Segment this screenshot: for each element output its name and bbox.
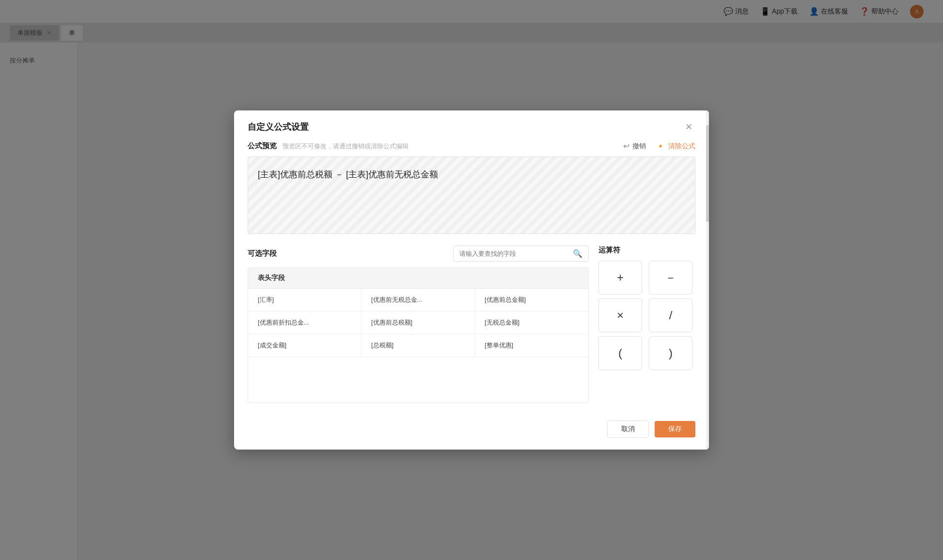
fields-grid: [汇率][优惠前无税总金...[优惠前总金额][优惠前折扣总金...[优惠前总税… — [248, 289, 588, 357]
fields-search-input[interactable] — [459, 250, 569, 257]
field-item[interactable]: [优惠前折扣总金... — [248, 311, 361, 334]
clear-formula-button[interactable]: 🔸 清除公式 — [656, 141, 695, 151]
formula-preview-label: 公式预览 — [248, 141, 277, 151]
cancel-button[interactable]: 取消 — [607, 420, 649, 438]
fields-table-header: 表头字段 — [248, 268, 588, 289]
dialog-body: 公式预览 预览区不可修改，请通过撤销或清除公式编辑 ↩ 撤销 🔸 清除公式 [主… — [234, 141, 709, 413]
field-item[interactable]: [总税额] — [361, 334, 475, 357]
fields-section-label: 可选字段 — [248, 249, 277, 258]
dialog-title: 自定义公式设置 — [248, 121, 309, 133]
field-item[interactable]: [整单优惠] — [475, 334, 588, 357]
undo-icon: ↩ — [623, 141, 629, 151]
formula-dialog: 自定义公式设置 ✕ 公式预览 预览区不可修改，请通过撤销或清除公式编辑 ↩ 撤销… — [234, 110, 709, 450]
formula-preview-actions: ↩ 撤销 🔸 清除公式 — [623, 141, 695, 151]
fields-table-header-label: 表头字段 — [258, 274, 285, 281]
fields-search-box[interactable]: 🔍 — [453, 246, 589, 262]
operator-button[interactable]: ( — [598, 336, 642, 370]
scroll-thumb — [706, 125, 709, 222]
formula-preview-box: [主表]优惠前总税额 － [主表]优惠前无税总金额 — [248, 156, 695, 234]
formula-preview-hint: 预览区不可修改，请通过撤销或清除公式编辑 — [283, 142, 409, 151]
fields-operators-row: 可选字段 🔍 表头字段 [汇率][优惠前无税总金...[优惠前总金额][优惠前折… — [248, 246, 695, 403]
dialog-footer: 取消 保存 — [234, 413, 709, 450]
dialog-close-button[interactable]: ✕ — [682, 120, 695, 134]
clear-icon: 🔸 — [656, 141, 665, 151]
operators-section: 运算符 +－×/() — [598, 246, 695, 403]
field-item[interactable]: [优惠前无税总金... — [361, 289, 475, 311]
operator-button[interactable]: × — [598, 298, 642, 332]
operator-button[interactable]: ) — [649, 336, 692, 370]
operator-button[interactable]: / — [649, 298, 692, 332]
field-item[interactable]: [无税总金额] — [475, 311, 588, 334]
field-item[interactable]: [优惠前总金额] — [475, 289, 588, 311]
formula-preview-header: 公式预览 预览区不可修改，请通过撤销或清除公式编辑 ↩ 撤销 🔸 清除公式 — [248, 141, 695, 151]
operators-label: 运算符 — [598, 246, 695, 255]
search-icon: 🔍 — [573, 249, 582, 258]
fields-section-header: 可选字段 🔍 — [248, 246, 589, 262]
clear-label: 清除公式 — [668, 142, 695, 151]
formula-content: [主表]优惠前总税额 － [主表]优惠前无税总金额 — [258, 169, 685, 180]
fields-section: 可选字段 🔍 表头字段 [汇率][优惠前无税总金...[优惠前总金额][优惠前折… — [248, 246, 589, 403]
operator-button[interactable]: － — [649, 261, 692, 295]
field-item[interactable]: [优惠前总税额] — [361, 311, 475, 334]
dialog-scrollbar[interactable] — [706, 110, 709, 450]
dialog-header: 自定义公式设置 ✕ — [234, 110, 709, 141]
formula-preview-header-left: 公式预览 预览区不可修改，请通过撤销或清除公式编辑 — [248, 141, 409, 151]
fields-table: 表头字段 [汇率][优惠前无税总金...[优惠前总金额][优惠前折扣总金...[… — [248, 267, 589, 403]
field-item[interactable]: [成交金额] — [248, 334, 361, 357]
operator-button[interactable]: + — [598, 261, 642, 295]
save-button[interactable]: 保存 — [655, 421, 695, 437]
undo-button[interactable]: ↩ 撤销 — [623, 141, 646, 151]
operators-grid: +－×/() — [598, 261, 695, 370]
undo-label: 撤销 — [632, 142, 646, 151]
field-item[interactable]: [汇率] — [248, 289, 361, 311]
